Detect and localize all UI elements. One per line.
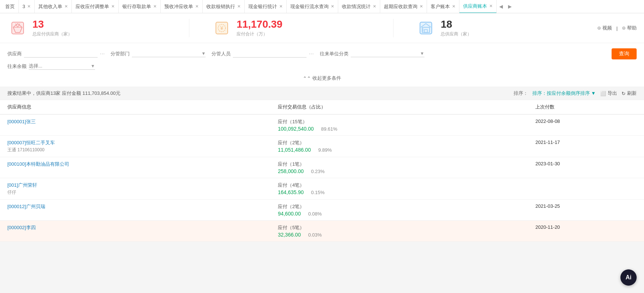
nav-right-arrow[interactable]: ▶: [505, 0, 514, 13]
balance-filter-label: 往来余额: [7, 63, 27, 70]
supplier-dots-icon[interactable]: ···: [100, 51, 105, 57]
close-icon[interactable]: ✕: [27, 4, 31, 9]
close-icon[interactable]: ✕: [331, 4, 334, 9]
amount-label: 应付（2笔）: [278, 203, 521, 210]
tab-bank-deposit[interactable]: 银行存取款单 ✕: [119, 0, 161, 13]
table-row: [000002]李四 应付（5笔） 32,366.00 0.03% 2020-1…: [0, 221, 644, 242]
close-icon[interactable]: ✕: [489, 4, 493, 8]
amount-value[interactable]: 94,600.00: [278, 211, 301, 217]
filter-row-1: 供应商 ··· 分管部门 ▼ 分管人员 ··· 往来单位分类 ▼ 查询: [7, 48, 637, 59]
close-icon[interactable]: ✕: [373, 4, 376, 9]
refresh-icon: ↻: [622, 91, 626, 96]
tab-3[interactable]: 3 ✕: [19, 0, 35, 13]
person-dots-icon[interactable]: ···: [309, 51, 314, 57]
dept-dropdown-icon[interactable]: ▼: [201, 51, 206, 56]
dept-input[interactable]: [132, 51, 201, 56]
close-icon[interactable]: ✕: [111, 4, 115, 9]
tab-ar-ap-label: 应收应付调整单: [76, 3, 109, 10]
filter-dept: 分管部门 ▼: [111, 51, 206, 57]
last-payment-cell: 2021-11-17: [528, 136, 644, 157]
tab-home[interactable]: 首页: [1, 0, 19, 13]
help-link[interactable]: ⊙ 帮助: [622, 25, 637, 31]
transaction-cell: 应付（5笔） 32,366.00 0.03%: [270, 221, 528, 242]
filter-person: 分管人员 ···: [211, 50, 314, 58]
percent-text: 89.61%: [321, 126, 337, 132]
transaction-cell: 应付（15笔） 100,092,540.00 89.61%: [270, 114, 528, 136]
snowflake-icon: ¥: [211, 18, 232, 38]
supplier-link[interactable]: [000007]恒旺二手叉车: [7, 140, 55, 145]
tab-customer-ledger[interactable]: 客户账本 ✕: [427, 0, 459, 13]
video-link[interactable]: ⊙ 视频: [597, 25, 612, 31]
amount-value[interactable]: 164,635.90: [278, 189, 304, 195]
category-input[interactable]: [351, 51, 420, 56]
collapse-button[interactable]: ⌃⌃ 收起更多条件: [303, 73, 341, 83]
th-transaction-info: 应付交易信息（占比）: [270, 100, 528, 114]
supplier-link[interactable]: [000002]李四: [7, 225, 36, 230]
separator: |: [616, 25, 617, 31]
filter-row-2: 往来余额 ▼: [7, 63, 637, 70]
balance-input[interactable]: [29, 63, 91, 69]
category-dropdown-icon[interactable]: ▼: [420, 51, 424, 56]
amount-value[interactable]: 100,092,540.00: [278, 126, 314, 132]
tab-cash-bank-flow[interactable]: 现金银行流水查询 ✕: [287, 0, 338, 13]
percent-text: 0.03%: [308, 232, 322, 238]
sort-area: 排序： 排序：按应付余额倒序排序 ▼ ⬜ 导出 ↻ 刷新: [514, 90, 637, 97]
table-row: [000100]本特勤油品有限公司 应付（1笔） 258,000.00 0.23…: [0, 157, 644, 178]
close-icon[interactable]: ✕: [64, 4, 68, 9]
th-supplier-info: 供应商信息: [0, 100, 270, 114]
close-icon[interactable]: ✕: [153, 4, 157, 9]
store-icon: [416, 18, 436, 38]
supplier-link[interactable]: [000001]张三: [7, 119, 36, 124]
table-row: [000001]张三 应付（15笔） 100,092,540.00 89.61%…: [0, 114, 644, 136]
supplier-input[interactable]: [24, 50, 98, 58]
tab-bank-deposit-label: 银行存取款单: [122, 3, 151, 10]
tab-receipt-stat[interactable]: 收款情况统计 ✕: [338, 0, 380, 13]
close-icon[interactable]: ✕: [420, 4, 423, 9]
export-button[interactable]: ⬜ 导出: [600, 90, 617, 97]
close-icon[interactable]: ✕: [237, 4, 241, 9]
amount-row: 164,635.90 0.15%: [278, 189, 521, 195]
tab-prepay-ar[interactable]: 预收冲应收单 ✕: [161, 0, 203, 13]
close-icon[interactable]: ✕: [279, 4, 283, 9]
summary-text-suppliers: 13 总应付供应商（家）: [32, 19, 72, 37]
tab-supplier-ledger-label: 供应商账本: [463, 3, 487, 10]
table-row: [001]广州荣轩 仔仔 应付（4笔） 164,635.90 0.15%: [0, 178, 644, 200]
last-payment-cell: 2022-08-08: [528, 114, 644, 136]
diamond-icon: [7, 18, 28, 38]
amount-value[interactable]: 32,366.00: [278, 232, 301, 238]
tab-other-income-label: 其他收入单: [38, 3, 62, 10]
supplier-link[interactable]: [000100]本特勤油品有限公司: [7, 161, 69, 167]
refresh-button[interactable]: ↻ 刷新: [622, 90, 637, 97]
percent-text: 0.08%: [308, 211, 322, 217]
tab-cash-bank-stat[interactable]: 现金银行统计 ✕: [245, 0, 287, 13]
tab-overdue-ar[interactable]: 超期应收款查询 ✕: [380, 0, 427, 13]
filter-area: 供应商 ··· 分管部门 ▼ 分管人员 ··· 往来单位分类 ▼ 查询 往来: [0, 43, 644, 87]
supplier-link[interactable]: [001]广州荣轩: [7, 182, 37, 188]
tab-supplier-ledger[interactable]: 供应商账本 ✕: [459, 0, 497, 13]
total-ap-amount-value: 11,170.39: [237, 19, 283, 30]
amount-row: 94,600.00 0.08%: [278, 211, 521, 217]
tab-receipt-verify[interactable]: 收款核销执行 ✕: [203, 0, 245, 13]
balance-dropdown-icon[interactable]: ▼: [91, 63, 95, 69]
amount-value[interactable]: 258,000.00: [278, 168, 304, 174]
tab-cash-bank-stat-label: 现金银行统计: [248, 3, 277, 10]
summary-text-amount: 11,170.39 应付合计（万）: [237, 19, 283, 37]
supplier-cell: [000001]张三: [0, 114, 270, 136]
close-icon[interactable]: ✕: [195, 4, 199, 9]
person-input[interactable]: [233, 50, 307, 58]
total-ap-amount-label: 应付合计（万）: [237, 31, 283, 37]
result-bar: 搜索结果中，供应商13家 应付金额 111,703,854.00元 排序： 排序…: [0, 87, 644, 100]
query-button[interactable]: 查询: [612, 48, 637, 59]
supplier-link[interactable]: [000012]广州贝瑞: [7, 204, 45, 209]
close-icon[interactable]: ✕: [452, 4, 455, 9]
supplier-cell: [000012]广州贝瑞: [0, 200, 270, 221]
transaction-cell: 应付（2笔） 94,600.00 0.08%: [270, 200, 528, 221]
sort-by-amount-link[interactable]: 排序：按应付余额倒序排序 ▼: [532, 90, 596, 97]
tab-ar-ap-adjust[interactable]: 应收应付调整单 ✕: [72, 0, 119, 13]
nav-left-arrow[interactable]: ◀: [497, 0, 505, 13]
amount-value[interactable]: 11,051,486.00: [278, 147, 311, 153]
supplier-sub: 王通 17106110000: [7, 147, 263, 153]
tab-3-label: 3: [22, 4, 25, 9]
tab-other-income[interactable]: 其他收入单 ✕: [35, 0, 72, 13]
top-navigation: 首页 3 ✕ 其他收入单 ✕ 应收应付调整单 ✕ 银行存取款单 ✕ 预收冲应收单…: [0, 0, 644, 13]
